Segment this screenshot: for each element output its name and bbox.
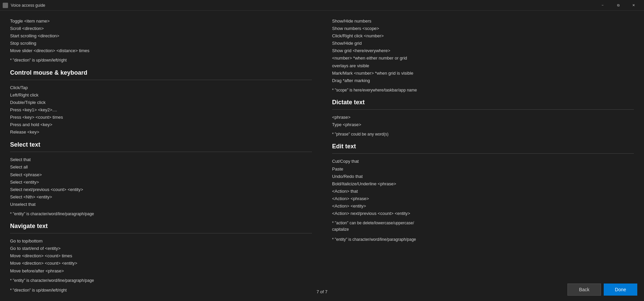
minimize-button[interactable]: − [595, 0, 610, 11]
cmd-select-nth: Select <Nth> <entity> [10, 193, 312, 201]
cmd-action-entity: <Action> <entity> [332, 202, 634, 210]
cmd-overlays-visible: overlays are visible [332, 62, 634, 70]
right-top-commands: Show/Hide numbers Show numbers <scope> C… [332, 17, 634, 84]
close-button[interactable]: ✕ [626, 0, 641, 11]
restore-button[interactable]: ⧉ [610, 0, 626, 11]
cmd-move-count-entity: Move <direction> <count> <entity> [10, 260, 312, 267]
cmd-press-keys: Press <key1> <key2>.... [10, 106, 312, 114]
cmd-double-triple: Double/Triple click [10, 99, 312, 106]
back-button[interactable]: Back [567, 284, 601, 296]
entity-note-edit: * "entity" is character/word/line/paragr… [332, 236, 634, 243]
page-indicator: 7 of 7 [317, 289, 328, 294]
direction-note-navigate: * "direction" is up/down/left/right [10, 287, 312, 294]
dictate-text-title: Dictate text [332, 99, 634, 106]
cmd-action-next-prev: <Action> next/previous <count> <entity> [332, 210, 634, 217]
app-icon [3, 3, 8, 8]
bottom-buttons: Back Done [567, 284, 637, 296]
cmd-move-before-after: Move before/after <phrase> [10, 267, 312, 275]
cmd-select-next-prev: Select next/previous <count> <entity> [10, 186, 312, 193]
edit-text-section: Edit text Cut/Copy that Paste Undo/Redo … [332, 143, 634, 242]
entity-note-navigate: * "entity" is character/word/line/paragr… [10, 277, 312, 284]
select-text-title: Select text [10, 141, 312, 148]
divider-edit [332, 153, 634, 154]
control-mouse-commands: Click/Tap Left/Right click Double/Triple… [10, 84, 312, 136]
cmd-stop-scrolling: Stop scrolling [10, 40, 312, 47]
cmd-action-phrase: <Action> <phrase> [332, 195, 634, 202]
content-area: Toggle <item name> Scroll <direction> St… [0, 11, 644, 301]
navigate-text-section: Navigate text Go to top/bottom Go to sta… [10, 223, 312, 294]
cmd-start-scrolling: Start scrolling <direction> [10, 32, 312, 40]
cmd-undo-redo: Undo/Redo that [332, 173, 634, 180]
cmd-select-phrase: Select <phrase> [10, 171, 312, 179]
scope-note: * "scope" is here/everywhere/taskbar/app… [332, 87, 634, 93]
cmd-click-tap: Click/Tap [10, 84, 312, 91]
control-mouse-section: Control mouse & keyboard Click/Tap Left/… [10, 69, 312, 136]
divider-control [10, 80, 312, 80]
cmd-scroll: Scroll <direction> [10, 25, 312, 32]
divider-select [10, 152, 312, 152]
cmd-release: Release <key> [10, 128, 312, 136]
cmd-phrase: <phrase> [332, 114, 634, 121]
cmd-show-hide-numbers: Show/Hide numbers [332, 17, 634, 25]
dictate-text-section: Dictate text <phrase> Type <phrase> * "p… [332, 99, 634, 138]
select-text-commands: Select that Select all Select <phrase> S… [10, 156, 312, 208]
phrase-note: * "phrase" could be any word(s) [332, 131, 634, 138]
cmd-move-slider: Move slider <direction> <distance> times [10, 47, 312, 54]
entity-note-select: * "entity" is character/word/line/paragr… [10, 211, 312, 217]
cmd-show-grid: Show grid <here/everywhere> [332, 47, 634, 54]
cmd-cut-copy: Cut/Copy that [332, 158, 634, 165]
navigate-text-commands: Go to top/bottom Go to start/end of <ent… [10, 237, 312, 274]
control-mouse-title: Control mouse & keyboard [10, 69, 312, 76]
action-note: * "action" can be delete/lowercase/upper… [332, 220, 634, 233]
left-column: Toggle <item name> Scroll <direction> St… [10, 17, 325, 294]
dictate-text-commands: <phrase> Type <phrase> [332, 114, 634, 128]
cmd-go-start-end: Go to start/end of <entity> [10, 245, 312, 252]
cmd-left-right-click: Left/Right click [10, 91, 312, 99]
cmd-click-right-number: Click/Right click <number> [332, 32, 634, 40]
cmd-type-phrase: Type <phrase> [332, 121, 634, 128]
title-bar-left: Voice access guide [3, 3, 45, 8]
navigate-text-title: Navigate text [10, 223, 312, 230]
cmd-show-numbers-scope: Show numbers <scope> [332, 25, 634, 32]
cmd-drag: Drag *after marking [332, 77, 634, 84]
cmd-unselect: Unselect that [10, 201, 312, 208]
top-commands-list: Toggle <item name> Scroll <direction> St… [10, 17, 312, 54]
title-bar: Voice access guide − ⧉ ✕ [0, 0, 644, 11]
cmd-bold-italic-underline: Bold/Italicize/Underline <phrase> [332, 180, 634, 188]
cmd-select-all: Select all [10, 163, 312, 171]
cmd-action-that: <Action> that [332, 188, 634, 195]
edit-text-commands: Cut/Copy that Paste Undo/Redo that Bold/… [332, 158, 634, 217]
cmd-move-count-times: Move <direction> <count> times [10, 252, 312, 260]
cmd-go-top-bottom: Go to top/bottom [10, 237, 312, 245]
cmd-mark: Mark/Mark <number> *when grid is visible [332, 70, 634, 77]
cmd-paste: Paste [332, 165, 634, 173]
cmd-select-entity: Select <entity> [10, 179, 312, 186]
window-title: Voice access guide [11, 3, 45, 8]
window-controls: − ⧉ ✕ [595, 0, 641, 11]
done-button[interactable]: Done [604, 284, 637, 296]
cmd-show-hide-grid: Show/Hide grid [332, 40, 634, 47]
cmd-press-hold: Press and hold <key> [10, 121, 312, 128]
divider-navigate [10, 233, 312, 233]
select-text-section: Select text Select that Select all Selec… [10, 141, 312, 217]
cmd-toggle: Toggle <item name> [10, 17, 312, 25]
divider-dictate [332, 109, 634, 110]
right-column: Show/Hide numbers Show numbers <scope> C… [325, 17, 634, 294]
cmd-select-that: Select that [10, 156, 312, 163]
edit-text-title: Edit text [332, 143, 634, 150]
cmd-number-overlay: <number> *when either number or grid [332, 54, 634, 62]
cmd-press-count: Press <key> <count> times [10, 114, 312, 121]
direction-note-left: * "direction" is up/down/left/right [10, 57, 312, 64]
